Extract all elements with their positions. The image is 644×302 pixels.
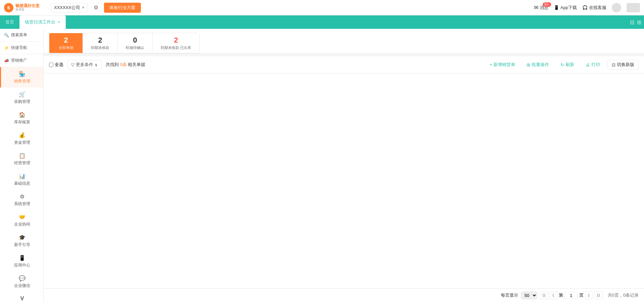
batch-icon: ⊞	[527, 62, 530, 67]
marketing-icon: 📣	[4, 58, 9, 63]
first-page-button[interactable]: ⟨⟨	[540, 291, 548, 299]
table-area	[44, 73, 644, 288]
sales-icon: 🏪	[19, 70, 25, 77]
sidebar-item-cooperation[interactable]: 🤝 企业协同	[0, 210, 43, 231]
logo-icon: 6	[4, 3, 13, 12]
app-version: 标准版	[15, 8, 40, 11]
stat-tab-overdue-shipped[interactable]: 2 到期未收款 已出库	[153, 33, 199, 53]
company-selector[interactable]: XXXXXX公司 ▼	[51, 3, 88, 12]
headset-icon: 🎧	[582, 5, 588, 10]
sidebar-item-operation-label: 经营管理	[14, 160, 30, 166]
print-button[interactable]: 🖨 打印	[582, 60, 604, 69]
logo-text: 畅捷通好生意 标准版	[15, 4, 40, 11]
user-name-area[interactable]	[627, 3, 640, 12]
sidebar-item-guide[interactable]: 🎓 新手引导	[0, 231, 43, 251]
last-page-button[interactable]: ⟩⟩	[594, 291, 602, 299]
sidebar-item-sales-label: 销售管理	[14, 78, 30, 84]
switch-new-version-button[interactable]: ⊡ 切换新版	[607, 60, 639, 70]
sidebar-item-basics[interactable]: 📊 基础信息	[0, 169, 43, 190]
prev-page-button[interactable]: ⟨	[549, 291, 557, 299]
stat-label-overdue: 到期未收款	[91, 45, 109, 50]
stat-num-all: 2	[64, 36, 68, 45]
marketing-label: 营销推广	[11, 58, 27, 63]
search-menu-item[interactable]: 🔍 搜索菜单	[0, 29, 43, 42]
sidebar-item-purchase-label: 采购管理	[14, 99, 30, 105]
sidebar-item-wechat[interactable]: 💬 企业微信	[0, 271, 43, 292]
cooperation-icon: 🤝	[19, 214, 25, 220]
quick-nav-label: 快捷导航	[11, 45, 27, 51]
page-input[interactable]	[565, 292, 578, 299]
top-header: 6 畅捷通好生意 标准版 XXXXXX公司 ▼ ⚙ 体验行业方案 ✉ 消息 99…	[0, 0, 644, 15]
page-label: 第	[559, 292, 563, 298]
content-area: 2 全部单据 2 到期未收款 0 旺辅待确认 2 到期未收款 已出库	[44, 29, 644, 302]
maximize-icon[interactable]: ⊞	[637, 19, 641, 25]
sidebar-item-purchase[interactable]: 🛒 采购管理	[0, 87, 43, 108]
select-all-input[interactable]	[49, 63, 53, 67]
dropdown-arrow-icon: ▼	[82, 6, 85, 9]
sidebar-item-system[interactable]: ⚙ 系统管理	[0, 190, 43, 210]
finance-icon: 💰	[19, 132, 25, 138]
sidebar-item-finance-label: 资金管理	[14, 140, 30, 145]
appcenter-icon: 📱	[19, 254, 25, 261]
tab-workbench[interactable]: 钱货日清工作台 ✕	[19, 15, 66, 29]
sidebar-item-operation[interactable]: 📋 经营管理	[0, 149, 43, 169]
sidebar-item-wechat-label: 企业微信	[14, 283, 30, 289]
header-right: ✉ 消息 99+ 📱 App下载 🎧 在线客服	[534, 3, 640, 12]
sidebar-item-inventory[interactable]: 🏠 库存核算	[0, 108, 43, 128]
filter-button[interactable]: ▽ 更多条件 ∨	[67, 60, 102, 69]
print-icon: 🖨	[586, 62, 590, 67]
sidebar-item-system-label: 系统管理	[14, 201, 30, 207]
sidebar-item-sales[interactable]: 🏪 销售管理	[0, 67, 43, 87]
page-suffix: 页	[579, 292, 584, 298]
filter-label: 更多条件	[76, 62, 93, 68]
stats-tabs: 2 全部单据 2 到期未收款 0 旺辅待确认 2 到期未收款 已出库	[44, 29, 644, 54]
stat-tab-wangpu[interactable]: 0 旺辅待确认	[118, 33, 153, 53]
avatar[interactable]	[612, 3, 621, 12]
sidebar-item-appcenter[interactable]: 📱 应用中心	[0, 251, 43, 271]
trial-button[interactable]: 体验行业方案	[104, 3, 141, 13]
online-service-item[interactable]: 🎧 在线客服	[582, 5, 606, 11]
settings-icon[interactable]: ⚙	[91, 2, 101, 13]
marketing-item[interactable]: 📣 营销推广	[0, 54, 43, 67]
guide-icon: 🎓	[19, 234, 25, 241]
sidebar-item-appcenter-label: 应用中心	[14, 262, 30, 268]
purchase-icon: 🛒	[19, 91, 25, 98]
tab-home[interactable]: 首页	[0, 15, 19, 29]
toolbar-right: + 新增销货单 ⊞ 批量操作 ↻ 刷新 🖨 打印 ⊡ 切换新版	[486, 60, 639, 70]
select-all-checkbox[interactable]: 全选	[49, 62, 63, 68]
sidebar-item-guide-label: 新手引导	[14, 242, 30, 248]
app-download-item[interactable]: 📱 App下载	[554, 5, 577, 11]
message-icon: ✉	[534, 4, 538, 11]
new-sales-order-button[interactable]: + 新增销货单	[486, 60, 519, 69]
next-page-button[interactable]: ⟩	[585, 291, 593, 299]
per-page-select[interactable]: 50	[521, 292, 537, 299]
app-download-label: App下载	[560, 5, 577, 11]
stat-num-overdue-shipped: 2	[174, 36, 178, 45]
sidebar-item-vip[interactable]: V 畅会员	[0, 292, 43, 302]
stat-label-all: 全部单据	[59, 45, 73, 50]
switch-icon: ⊡	[612, 62, 615, 67]
tab-bar: 首页 钱货日清工作台 ✕ ⊟ ⊞	[0, 15, 644, 29]
pagination: 每页显示 50 ⟨⟨ ⟨ 第 页 ⟩ ⟩⟩ 共0页，0条记录	[44, 288, 644, 302]
found-text: 共找到 0条 相关单据	[106, 62, 145, 68]
sidebar-item-finance[interactable]: 💰 资金管理	[0, 128, 43, 149]
wechat-icon: 💬	[19, 275, 25, 282]
app-download-icon: 📱	[554, 5, 559, 10]
filter-arrow-icon: ∨	[95, 62, 98, 67]
message-badge: 99+	[543, 2, 551, 7]
close-tab-icon[interactable]: ✕	[57, 20, 60, 24]
search-menu-label: 搜索菜单	[11, 32, 27, 38]
found-count: 0条	[120, 62, 127, 67]
message-item[interactable]: ✉ 消息 99+	[534, 4, 548, 11]
company-name: XXXXXX公司	[54, 5, 80, 11]
inventory-icon: 🏠	[19, 111, 25, 118]
per-page-label: 每页显示	[501, 292, 518, 298]
select-all-label: 全选	[55, 62, 63, 68]
stat-tab-overdue[interactable]: 2 到期未收款	[83, 33, 118, 53]
quick-nav-item[interactable]: ⚡ 快捷导航	[0, 42, 43, 54]
batch-operation-button[interactable]: ⊞ 批量操作	[523, 60, 553, 69]
minimize-icon[interactable]: ⊟	[630, 19, 634, 25]
stat-tab-all[interactable]: 2 全部单据	[49, 33, 83, 53]
page-nav: ⟨⟨ ⟨ 第 页 ⟩ ⟩⟩	[540, 291, 602, 299]
refresh-button[interactable]: ↻ 刷新	[556, 60, 578, 69]
